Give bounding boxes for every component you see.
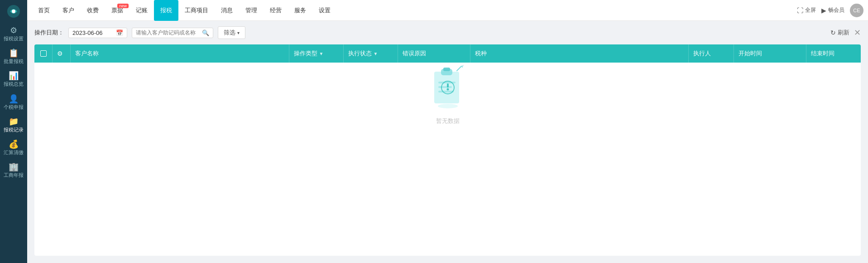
toolbar: 操作日期： 📅 🔍 筛选 ▾ ↻ 刷新 ✕ [27,21,868,44]
sidebar-item-baoshui-zonlan[interactable]: 📊 报税总览 [0,68,27,91]
date-label: 操作日期： [34,29,64,37]
nav-fuwu[interactable]: 服务 [288,0,312,21]
refresh-icon: ↻ [830,29,836,36]
table-body: 暂无数据 [34,63,861,256]
date-input[interactable] [72,29,113,36]
th-end-time: 结束时间 [806,44,861,63]
search-input[interactable] [136,29,199,36]
nav-xiaoxi[interactable]: 消息 [215,0,239,21]
close-button[interactable]: ✕ [854,29,861,37]
fullscreen-button[interactable]: ⛶ 全屏 [797,6,816,14]
sidebar-item-baoshui-jilu[interactable]: 📁 报税记录 [0,114,27,136]
empty-state: 暂无数据 [34,63,861,125]
table-container: ⚙ 客户名称 操作类型 ▼ 执行状态 ▼ 错误原因 [34,44,861,256]
filter-button[interactable]: 筛选 ▾ [218,26,245,39]
th-checkbox[interactable] [34,44,53,63]
sort-icon: ▼ [374,51,378,56]
main-area: 首页 客户 收费 票据 new 记账 报税 工商项目 消息 [27,0,868,263]
th-customer-name: 客户名称 [71,44,289,63]
sidebar-item-gongshang-nianbao[interactable]: 🏢 工商年报 [0,159,27,182]
empty-text: 暂无数据 [436,117,460,125]
topnav-right: ⛶ 全屏 ▶ 畅会员 CE [797,4,863,17]
sidebar-item-label: 工商年报 [4,172,24,178]
nav-items: 首页 客户 收费 票据 new 记账 报税 工商项目 消息 [32,0,797,21]
nav-gongshang-xiangmu[interactable]: 工商项目 [178,0,215,21]
th-settings: ⚙ [53,44,71,63]
svg-rect-9 [447,83,449,88]
sidebar-item-label: 个税申报 [4,104,24,110]
nav-home[interactable]: 首页 [32,0,56,21]
nav-jingying[interactable]: 经营 [264,0,288,21]
th-executor: 执行人 [689,44,734,63]
svg-rect-4 [443,68,450,71]
sort-icon: ▼ [319,51,324,56]
member-button[interactable]: ▶ 畅会员 [821,6,844,14]
search-wrap: 🔍 [132,28,213,38]
svg-point-10 [446,88,449,91]
page-body: 操作日期： 📅 🔍 筛选 ▾ ↻ 刷新 ✕ [27,21,868,263]
fullscreen-icon: ⛶ [797,7,803,14]
topnav: 首页 客户 收费 票据 new 记账 报税 工商项目 消息 [27,0,868,21]
nav-shezhi[interactable]: 设置 [312,0,337,21]
person-icon: 👤 [9,95,19,103]
nav-shoufei[interactable]: 收费 [81,0,105,21]
sidebar-item-huisuan-jiaona[interactable]: 💰 汇算清缴 [0,136,27,159]
svg-rect-6 [438,86,452,88]
svg-marker-12 [461,65,464,68]
th-exec-status[interactable]: 执行状态 ▼ [344,44,398,63]
svg-point-1 [12,10,15,13]
sidebar: ⚙ 报税设置 📋 批量报税 📊 报税总览 👤 个税申报 📁 报税记录 💰 汇算清… [0,0,27,263]
refresh-button[interactable]: ↻ 刷新 [830,29,849,37]
user-avatar[interactable]: CE [850,4,863,17]
annual-report-icon: 🏢 [9,163,19,171]
date-input-wrap: 📅 [68,28,127,38]
record-icon: 📁 [9,117,19,126]
sidebar-item-label: 汇算清缴 [4,150,24,156]
sidebar-item-label: 报税设置 [4,36,24,42]
select-all-checkbox[interactable] [40,50,47,57]
nav-guanli[interactable]: 管理 [239,0,264,21]
th-tax-type: 税种 [470,44,689,63]
sidebar-item-geshui-shenbao[interactable]: 👤 个税申报 [0,91,27,114]
nav-piaoju[interactable]: 票据 new [105,0,129,21]
th-start-time: 开始时间 [734,44,806,63]
nav-baoshui[interactable]: 报税 [154,0,178,21]
sidebar-item-piliang-baoshui[interactable]: 📋 批量报税 [0,45,27,68]
th-operation-type[interactable]: 操作类型 ▼ [289,44,344,63]
sidebar-item-label: 报税记录 [4,127,24,133]
overview-icon: 📊 [9,72,19,80]
empty-illustration [427,63,468,112]
chevron-down-icon: ▾ [237,30,240,35]
th-error-reason: 错误原因 [398,44,470,63]
svg-point-13 [438,104,458,108]
settings-icon: ⚙ [10,26,17,34]
search-icon[interactable]: 🔍 [202,29,209,36]
table-header: ⚙ 客户名称 操作类型 ▼ 执行状态 ▼ 错误原因 [34,44,861,63]
sidebar-item-label: 批量报税 [4,58,24,64]
nav-customer[interactable]: 客户 [56,0,81,21]
calendar-icon: 📅 [116,29,123,36]
batch-icon: 📋 [9,49,19,57]
member-icon: ▶ [821,7,826,14]
content-area: 操作日期： 📅 🔍 筛选 ▾ ↻ 刷新 ✕ [27,21,868,263]
sidebar-item-label: 报税总览 [4,81,24,87]
payment-icon: 💰 [9,140,19,148]
nav-jizhang[interactable]: 记账 [129,0,154,21]
new-badge: new [117,4,129,8]
svg-line-11 [457,66,461,71]
column-settings-icon[interactable]: ⚙ [57,50,63,57]
sidebar-item-baoshui-shezhi[interactable]: ⚙ 报税设置 [0,23,27,45]
sidebar-logo [0,0,27,23]
